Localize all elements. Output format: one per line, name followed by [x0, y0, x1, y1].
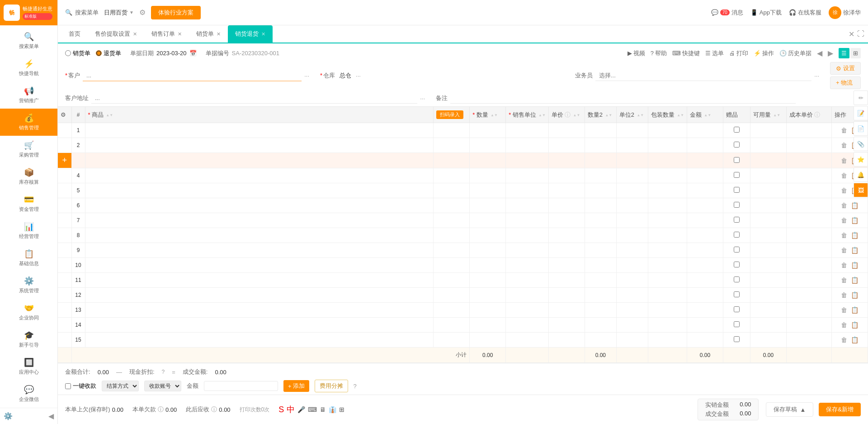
td-pkg[interactable]: [648, 138, 687, 153]
delete-row-button[interactable]: 🗑: [840, 246, 848, 255]
right-sidebar-star[interactable]: ⭐: [854, 152, 868, 167]
tab-close-icon[interactable]: ✕: [217, 31, 221, 37]
radio-sell-input[interactable]: [65, 50, 71, 56]
td-product[interactable]: [85, 243, 434, 258]
column-settings-icon[interactable]: ⚙: [61, 111, 66, 118]
delete-row-button[interactable]: 🗑: [840, 320, 848, 329]
warehouse-more-icon[interactable]: ···: [356, 72, 361, 79]
td-product[interactable]: [85, 303, 434, 318]
td-product[interactable]: [85, 318, 434, 333]
td-qty2[interactable]: [585, 318, 616, 333]
td-qty2[interactable]: [585, 168, 616, 183]
search-menu[interactable]: 🔍 搜索菜单: [65, 9, 99, 17]
td-price[interactable]: [548, 228, 585, 243]
td-amount[interactable]: [687, 228, 723, 243]
ops-button[interactable]: ⚡ 操作: [754, 49, 774, 57]
tab-sell-return[interactable]: 销货退货 ✕: [228, 25, 273, 43]
td-pkg[interactable]: [648, 123, 687, 138]
tab-home[interactable]: 首页: [61, 25, 88, 43]
td-qty[interactable]: [470, 123, 506, 138]
tool-icon-4[interactable]: ⌨: [308, 406, 317, 413]
td-amount[interactable]: [687, 273, 723, 288]
gift-checkbox[interactable]: [734, 321, 740, 327]
td-amount[interactable]: [687, 288, 723, 303]
td-qty2[interactable]: [585, 123, 616, 138]
product-input-active[interactable]: [88, 157, 431, 164]
td-add[interactable]: +: [58, 153, 71, 168]
td-qty[interactable]: [470, 153, 506, 168]
td-amount[interactable]: [687, 123, 723, 138]
td-price[interactable]: [548, 318, 585, 333]
delete-row-button[interactable]: 🗑: [840, 171, 848, 180]
td-pkg[interactable]: [648, 153, 687, 168]
delete-row-button[interactable]: 🗑: [840, 186, 848, 195]
td-qty[interactable]: [470, 228, 506, 243]
td-product[interactable]: [85, 123, 434, 138]
td-amount[interactable]: [687, 318, 723, 333]
right-sidebar-image[interactable]: 🖼: [854, 183, 868, 197]
unit2-sorter[interactable]: ▲▼: [637, 113, 644, 117]
remark-input[interactable]: [450, 93, 796, 104]
gift-checkbox[interactable]: [734, 247, 740, 252]
tool-icon-1[interactable]: S: [278, 405, 284, 414]
right-sidebar-attach[interactable]: 📎: [854, 137, 868, 151]
td-unit[interactable]: [506, 243, 549, 258]
td-pkg[interactable]: [648, 168, 687, 183]
nav-next-icon[interactable]: ▶: [828, 49, 833, 57]
td-product[interactable]: [85, 258, 434, 273]
td-qty2[interactable]: [585, 198, 616, 213]
online-service-item[interactable]: 🎧 在线客服: [789, 9, 821, 17]
td-unit2[interactable]: [616, 288, 648, 303]
staff-input[interactable]: [595, 70, 811, 81]
td-unit2[interactable]: [616, 243, 648, 258]
tool-icon-2[interactable]: 中: [287, 404, 295, 415]
td-amount[interactable]: [687, 138, 723, 153]
td-product[interactable]: [85, 198, 434, 213]
td-price[interactable]: [548, 213, 585, 228]
sidebar-item-quick-nav[interactable]: ⚡ 快捷导航: [0, 54, 57, 81]
td-product[interactable]: [85, 273, 434, 288]
td-unit[interactable]: [506, 288, 549, 303]
td-qty2[interactable]: [585, 333, 616, 348]
customer-input[interactable]: [83, 70, 302, 81]
radio-sell[interactable]: 销货单: [65, 49, 90, 57]
copy-row-button[interactable]: 📋: [850, 305, 859, 314]
gift-checkbox[interactable]: [734, 187, 740, 193]
td-price[interactable]: [548, 258, 585, 273]
td-product[interactable]: [85, 333, 434, 348]
td-price[interactable]: [548, 198, 585, 213]
sidebar-item-partner[interactable]: 🤝 企业协同: [0, 299, 57, 326]
right-sidebar-doc[interactable]: 📄: [854, 121, 868, 136]
gift-checkbox[interactable]: [734, 232, 740, 238]
delete-row-button[interactable]: 🗑: [840, 156, 848, 165]
list-view-button[interactable]: ☰: [839, 48, 849, 58]
td-amount[interactable]: [687, 198, 723, 213]
gift-checkbox[interactable]: [734, 142, 740, 148]
td-product[interactable]: [85, 168, 434, 183]
td-price[interactable]: [548, 288, 585, 303]
amount-input[interactable]: [204, 381, 278, 391]
copy-row-button[interactable]: 📋: [850, 291, 859, 300]
td-unit[interactable]: [506, 198, 549, 213]
td-pkg[interactable]: [648, 288, 687, 303]
sidebar-item-finance[interactable]: 💳 资金管理: [0, 190, 57, 217]
gift-checkbox[interactable]: [734, 202, 740, 208]
one-key-collect-checkbox[interactable]: 一键收款: [65, 382, 96, 390]
nav-prev-icon[interactable]: ◀: [817, 49, 822, 57]
sidebar-item-system[interactable]: ⚙️ 系统管理: [0, 272, 57, 299]
td-unit[interactable]: [506, 183, 549, 198]
copy-row-button[interactable]: 📋: [850, 320, 859, 329]
tab-close-icon[interactable]: ✕: [261, 31, 265, 37]
save-new-button[interactable]: 保存&新增: [819, 403, 861, 416]
td-price[interactable]: [548, 168, 585, 183]
fee-split-button[interactable]: 费用分摊: [315, 380, 348, 392]
sidebar-item-marketing[interactable]: 📢 营销推广: [0, 81, 57, 109]
sidebar-item-purchase[interactable]: 🛒 采购管理: [0, 136, 57, 163]
settle-method-select[interactable]: 结算方式: [102, 381, 139, 391]
td-pkg[interactable]: [648, 213, 687, 228]
tool-icon-6[interactable]: 👔: [329, 406, 336, 413]
td-qty[interactable]: [470, 183, 506, 198]
td-unit[interactable]: [506, 318, 549, 333]
sidebar-item-search[interactable]: 🔍 搜索菜单: [0, 27, 57, 54]
td-qty2[interactable]: [585, 153, 616, 168]
